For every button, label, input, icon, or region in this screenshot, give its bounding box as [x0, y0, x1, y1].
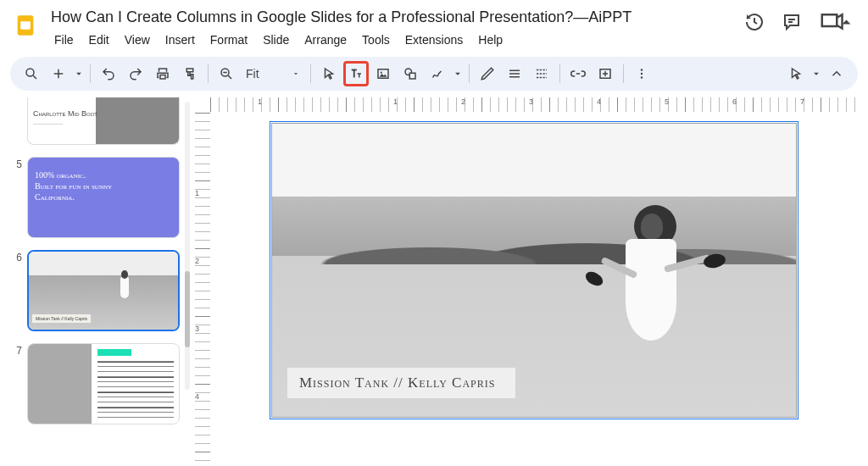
svg-point-2 [26, 69, 34, 76]
print-icon[interactable] [150, 61, 175, 86]
toolbar: Fit [10, 57, 858, 91]
menu-extensions[interactable]: Extensions [398, 30, 470, 50]
hide-menus-icon[interactable] [824, 61, 849, 86]
menu-slide[interactable]: Slide [256, 30, 296, 50]
slides-logo[interactable] [10, 10, 41, 41]
thumb-number: 7 [12, 343, 22, 357]
zoom-select[interactable]: Fit [241, 67, 305, 80]
insert-line-dropdown-icon[interactable] [452, 61, 464, 86]
slide-thumb-6[interactable]: Mission Tank // Kelly Capris [27, 250, 180, 331]
thumb-number: 6 [12, 250, 22, 264]
slide-canvas[interactable]: 1 1 2 3 4 5 6 7 1 2 3 4 [186, 97, 868, 466]
pointer-dropdown-icon[interactable] [810, 61, 822, 86]
svg-point-9 [640, 69, 642, 70]
person-figure [600, 188, 702, 383]
document-title[interactable]: How Can I Create Columns in Google Slide… [47, 7, 744, 28]
thumb-number [12, 97, 22, 99]
text-box-icon[interactable] [343, 61, 369, 86]
menu-arrange[interactable]: Arrange [298, 30, 353, 50]
slide-thumb-7[interactable] [27, 343, 180, 424]
vertical-ruler: 1 2 3 4 [195, 113, 210, 463]
slide-thumb-4[interactable]: Charlotte Mid Boot ——————— [27, 97, 180, 145]
menu-edit[interactable]: Edit [82, 30, 116, 50]
svg-rect-1 [20, 21, 31, 29]
zoom-icon[interactable] [214, 61, 239, 86]
menu-file[interactable]: File [47, 30, 81, 50]
more-icon[interactable] [629, 61, 654, 86]
slide-thumb-5[interactable]: 100% organic. Built for fun in sunny Cal… [27, 157, 180, 238]
insert-link-icon[interactable] [565, 61, 591, 86]
svg-point-10 [640, 73, 642, 75]
zoom-label: Fit [246, 67, 259, 80]
redo-icon[interactable] [123, 61, 148, 86]
menu-tools[interactable]: Tools [355, 30, 397, 50]
select-tool-icon[interactable] [316, 61, 342, 86]
paint-format-icon[interactable] [177, 61, 203, 86]
svg-point-11 [640, 76, 642, 78]
undo-icon[interactable] [96, 61, 121, 86]
menu-format[interactable]: Format [203, 30, 254, 50]
thumb-number: 5 [12, 157, 22, 170]
comment-icon[interactable] [782, 12, 802, 32]
layout-icon[interactable] [529, 61, 554, 86]
insert-image-icon[interactable] [370, 61, 396, 86]
thumb-caption: Mission Tank // Kelly Capris [32, 314, 91, 323]
history-icon[interactable] [744, 12, 765, 32]
menu-help[interactable]: Help [471, 30, 509, 50]
create-comment-icon[interactable] [475, 61, 500, 86]
svg-point-5 [380, 71, 381, 73]
background-icon[interactable] [502, 61, 527, 86]
menu-view[interactable]: View [118, 30, 157, 50]
present-icon[interactable] [819, 12, 853, 32]
new-slide-icon[interactable] [46, 61, 71, 86]
insert-line-icon[interactable] [425, 61, 450, 86]
horizontal-ruler: 1 1 2 3 4 5 6 7 [210, 97, 858, 113]
slide-thumbnails: Charlotte Mid Boot ——————— 5 100% organi… [0, 97, 186, 466]
menu-insert[interactable]: Insert [159, 30, 202, 50]
slide-background-image: Mission Tank // Kelly Capris [272, 124, 796, 417]
search-menus-icon[interactable] [19, 61, 44, 86]
thumb-scrollbar[interactable] [185, 102, 190, 390]
thumb-text: 100% organic. Built for fun in sunny Cal… [35, 169, 153, 202]
insert-shape-icon[interactable] [398, 61, 423, 86]
pointer-mode-icon[interactable] [783, 61, 809, 86]
current-slide[interactable]: Mission Tank // Kelly Capris [271, 123, 797, 418]
thumb-subcaption: ——————— [33, 121, 63, 126]
svg-rect-7 [409, 73, 415, 79]
add-comment-box-icon[interactable] [593, 61, 618, 86]
menu-bar: File Edit View Insert Format Slide Arran… [47, 30, 744, 50]
slide-caption[interactable]: Mission Tank // Kelly Capris [287, 368, 515, 398]
new-slide-dropdown-icon[interactable] [73, 61, 85, 86]
thumb-caption: Charlotte Mid Boot [33, 109, 97, 118]
